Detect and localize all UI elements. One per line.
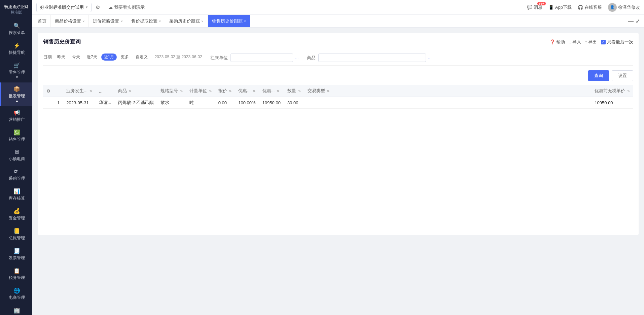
tab-sale-history[interactable]: 销售历史价跟踪 ×	[208, 15, 250, 28]
tab-purchase-history-label: 采购历史价跟踪	[169, 18, 200, 24]
import-link[interactable]: ↓ 导入	[569, 39, 581, 45]
tab-minimize-button[interactable]: —	[628, 18, 634, 24]
demo-link[interactable]: ☁ 我要看实例演示	[108, 4, 145, 10]
tab-price[interactable]: 商品价格设置 ×	[51, 15, 89, 28]
sort-icon-spec: ⇅	[180, 89, 183, 93]
version-select[interactable]: 好业财标准版交付试用 ▾	[36, 3, 92, 12]
table-row[interactable]: 1 2023-05-31 华谊... 丙烯酸-2-乙基己酯 散水 吨 0.00 …	[43, 97, 633, 109]
sidebar-item-general-ledger[interactable]: 📒 总账管理	[0, 224, 32, 244]
goods-filter-group: 商品 ...	[307, 54, 432, 62]
topbar-right: 💬 消息 99+ 📱 App下载 🎧 在线客服 👤 徐泽华修改	[527, 3, 640, 12]
fund-icon: 💰	[13, 208, 20, 214]
sidebar-item-tax-mgmt[interactable]: 📋 税务管理	[0, 264, 32, 284]
goods-input[interactable]	[318, 54, 426, 62]
col-trade-type[interactable]: 交易类型 ⇅	[304, 85, 333, 97]
page-card: 销售历史价查询 ❓ 帮助 ↓ 导入 ↑ 导出 ✓	[38, 33, 639, 235]
tab-purchase-strategy-close[interactable]: ×	[120, 19, 122, 23]
col-spec[interactable]: 规格型号 ⇅	[157, 85, 186, 97]
cell-unit: 吨	[186, 97, 215, 109]
topbar: 好业财标准版交付试用 ▾ ⚙ ☁ 我要看实例演示 💬 消息 99+ 📱 App下…	[32, 0, 644, 15]
tab-purchase-strategy[interactable]: 进价策略设置 ×	[89, 15, 127, 28]
sidebar-item-marketing[interactable]: 📢 营销推广	[0, 106, 32, 126]
date-btn-more[interactable]: 更多	[118, 54, 132, 61]
cell-trade-type	[304, 97, 333, 109]
only-last-checkbox[interactable]: ✓ 只看最后一次	[601, 39, 633, 45]
tab-home-label: 首页	[38, 18, 46, 24]
sidebar-item-search[interactable]: 🔍 搜索菜单	[0, 19, 32, 39]
sidebar-item-xiaochang-ec[interactable]: 🖥 小畅电商	[0, 146, 32, 165]
tab-home[interactable]: 首页	[36, 15, 51, 28]
date-btn-custom[interactable]: 自定义	[133, 54, 150, 61]
tabbar: 首页 商品价格设置 × 进价策略设置 × 售价提取设置 × 采购历史价跟踪 × …	[32, 15, 644, 28]
sidebar-item-label: 采购管理	[9, 176, 25, 181]
table-body: 1 2023-05-31 华谊... 丙烯酸-2-乙基己酯 散水 吨 0.00 …	[43, 97, 633, 109]
goods-label: 商品	[307, 55, 316, 61]
help-label: 帮助	[556, 39, 565, 45]
avatar: 👤	[608, 3, 617, 12]
fixed-assets-icon: 🏢	[13, 307, 20, 314]
query-button[interactable]: 查询	[588, 70, 609, 81]
tab-price-label: 商品价格设置	[55, 18, 81, 24]
cell-spacer	[333, 97, 591, 109]
message-icon: 💬	[527, 5, 532, 10]
col-pretax-price[interactable]: 优惠前无税单价 ⇅	[591, 85, 633, 97]
tab-price-close[interactable]: ×	[82, 19, 84, 23]
checkbox-checked-icon: ✓	[601, 40, 606, 44]
col-price[interactable]: 报价 ⇅	[215, 85, 235, 97]
message-button[interactable]: 💬 消息 99+	[527, 4, 542, 10]
col-discount1[interactable]: 优惠... ⇅	[235, 85, 259, 97]
tab-expand-button[interactable]: ⤢	[636, 18, 640, 24]
partner-input[interactable]	[230, 54, 293, 62]
sidebar-item-retail-mgmt[interactable]: 🛒 零售管理 ▼	[0, 59, 32, 82]
sidebar-item-wholesale-mgmt[interactable]: 📦 批发管理 ▲	[0, 82, 32, 106]
date-btn-7days[interactable]: 近7天	[84, 54, 100, 61]
online-service-button[interactable]: 🎧 在线客服	[578, 4, 602, 10]
sidebar-item-ec-mgmt[interactable]: 🌐 电商管理	[0, 284, 32, 304]
sidebar-item-purchase-mgmt[interactable]: 🛍 采购管理	[0, 165, 32, 185]
online-service-label: 在线客服	[584, 4, 602, 10]
tab-sale-extract-close[interactable]: ×	[159, 19, 161, 23]
user-menu[interactable]: 👤 徐泽华修改	[608, 3, 640, 12]
sort-icon: ⇅	[90, 89, 92, 93]
tab-purchase-history-close[interactable]: ×	[201, 19, 203, 23]
sidebar-item-label: 库存核算	[9, 196, 25, 201]
only-last-label: 只看最后一次	[607, 39, 633, 45]
help-link[interactable]: ❓ 帮助	[550, 39, 565, 45]
date-btn-today[interactable]: 今天	[69, 54, 83, 61]
date-btn-yesterday[interactable]: 昨天	[55, 54, 68, 61]
table-gear-icon[interactable]: ⚙	[46, 89, 50, 94]
col-goods[interactable]: 商品 ⇅	[115, 85, 157, 97]
version-dropdown-arrow: ▾	[86, 5, 88, 9]
col-biz-date[interactable]: 业务发生... ⇅	[63, 85, 95, 97]
topbar-gear-icon[interactable]: ⚙	[96, 4, 100, 10]
sidebar-item-label: 总账管理	[9, 235, 25, 241]
goods-more-icon[interactable]: ...	[428, 55, 432, 60]
sidebar-item-quick-nav[interactable]: ⚡ 快捷导航	[0, 39, 32, 59]
tab-sale-history-close[interactable]: ×	[244, 19, 246, 23]
col-unit[interactable]: 计量单位 ⇅	[186, 85, 215, 97]
retail-icon: 🛒	[13, 62, 20, 69]
col-settings[interactable]: ⚙	[43, 85, 54, 97]
main-content: 好业财标准版交付试用 ▾ ⚙ ☁ 我要看实例演示 💬 消息 99+ 📱 App下…	[32, 0, 644, 315]
app-download-button[interactable]: 📱 App下载	[548, 4, 572, 10]
sidebar: 畅捷通好业财 标准版 🔍 搜索菜单 ⚡ 快捷导航 🛒 零售管理 ▼ 📦 批发管理…	[0, 0, 32, 315]
tab-sale-extract[interactable]: 售价提取设置 ×	[127, 15, 165, 28]
sidebar-item-inventory[interactable]: 📊 库存核算	[0, 185, 32, 205]
export-link[interactable]: ↑ 导出	[585, 39, 597, 45]
col-more[interactable]: ...	[96, 85, 115, 97]
ledger-icon: 📒	[13, 228, 20, 234]
tab-purchase-history[interactable]: 采购历史价跟踪 ×	[165, 15, 208, 28]
settings-button[interactable]: 设置	[612, 70, 633, 81]
sidebar-item-sales-mgmt[interactable]: 💹 销售管理	[0, 126, 32, 146]
tabbar-end: — ⤢	[628, 18, 640, 24]
sidebar-item-fund-mgmt[interactable]: 💰 资金管理	[0, 205, 32, 224]
date-buttons: 昨天 今天 近7天 近1月 更多 自定义	[55, 54, 150, 61]
date-btn-1month[interactable]: 近1月	[101, 54, 117, 61]
sidebar-item-fixed-assets[interactable]: 🏢 固定资产	[0, 304, 32, 315]
version-label: 好业财标准版交付试用	[40, 4, 84, 10]
cell-discount2: 10950.00	[259, 97, 284, 109]
partner-more-icon[interactable]: ...	[295, 55, 299, 60]
col-discount2[interactable]: 优惠... ⇅	[259, 85, 284, 97]
sidebar-item-invoice-mgmt[interactable]: 🧾 发票管理	[0, 244, 32, 264]
col-qty[interactable]: 数量 ⇅	[284, 85, 304, 97]
